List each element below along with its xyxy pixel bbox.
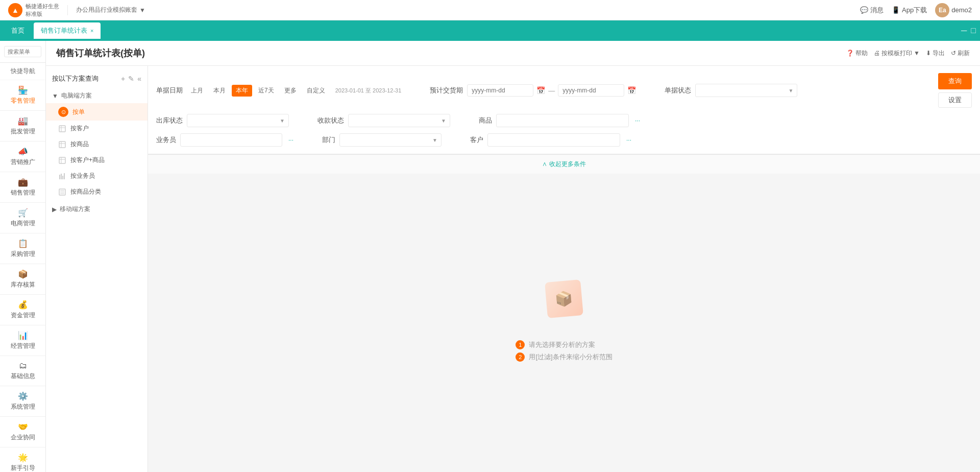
sidebar-item-system[interactable]: ⚙️ 系统管理 [0, 386, 45, 417]
sidebar-item-operations[interactable]: 📊 经营管理 [0, 325, 45, 356]
print-btn[interactable]: 🖨 按模板打印 ▼ [874, 49, 920, 58]
date-btn-this-year[interactable]: 本年 [232, 85, 252, 97]
app-icon: 📱 [892, 6, 900, 14]
date-btn-more[interactable]: 更多 [280, 85, 301, 97]
scheme-item-by-category[interactable]: 按商品分类 [46, 184, 148, 200]
top-bar-right: 💬 消息 📱 App下载 Ea demo2 [860, 3, 972, 17]
sidebar-item-retail[interactable]: 🏪 零售管理 [0, 80, 45, 111]
filter-area-wrapper: 单据日期 上月 本月 本年 近7天 更多 自定义 2023-01-01 至 20… [148, 66, 980, 174]
edit-scheme-btn[interactable]: ✎ [128, 75, 134, 83]
salesman-more-btn[interactable]: ··· [288, 136, 293, 144]
goods-filter: 商品 ··· [479, 114, 640, 127]
ship-status-filter: 出库状态 ▼ [156, 114, 289, 127]
svg-rect-10 [61, 174, 62, 179]
tab-sales-order-stats[interactable]: 销售订单统计表 × [34, 22, 101, 39]
salesman-scheme-icon [58, 172, 66, 180]
app-download-btn[interactable]: 📱 App下载 [892, 6, 927, 15]
salesman-input[interactable] [180, 133, 282, 147]
sidebar-item-ecommerce[interactable]: 🛒 电商管理 [0, 203, 45, 233]
calendar-icon-start: 📅 [536, 86, 545, 95]
goods-more-btn[interactable]: ··· [635, 117, 640, 124]
active-scheme-icon: ⊙ [58, 107, 68, 117]
expected-date-range: 📅 — 📅 [467, 84, 636, 97]
tab-maximize-btn[interactable]: □ [971, 26, 976, 35]
collapse-panel-btn[interactable]: « [137, 75, 141, 83]
scheme-group-pc-title[interactable]: ▼ 电脑端方案 [46, 88, 148, 103]
user-menu[interactable]: Ea demo2 [935, 3, 972, 17]
sidebar-item-quick-nav[interactable]: 快捷导航 [0, 63, 45, 80]
scheme-group-mobile-title[interactable]: ▶ 移动端方案 [46, 202, 148, 217]
sidebar-item-purchase[interactable]: 📋 采购管理 [0, 233, 45, 264]
customer-more-btn[interactable]: ··· [626, 136, 631, 144]
date-btn-last-7days[interactable]: 近7天 [254, 85, 278, 97]
help-btn[interactable]: ❓ 帮助 [846, 49, 868, 58]
logo-area: ▲ 畅捷通好生意 标准版 [8, 3, 59, 17]
page-title: 销售订单统计表(按单) [56, 47, 145, 65]
breadcrumb[interactable]: 办公用品行业模拟账套 ▼ [76, 6, 145, 14]
scheme-item-by-salesman[interactable]: 按业务员 [46, 168, 148, 184]
scheme-item-by-customer[interactable]: 按客户 [46, 121, 148, 136]
left-panel-header: 按以下方案查询 + ✎ « [46, 71, 148, 88]
system-icon: ⚙️ [0, 391, 45, 401]
add-scheme-btn[interactable]: + [121, 75, 125, 83]
ecommerce-icon: 🛒 [0, 208, 45, 218]
customer-input[interactable] [487, 133, 620, 147]
sidebar-item-finance[interactable]: 💰 资金管理 [0, 295, 45, 325]
date-btn-this-month[interactable]: 本月 [209, 85, 230, 97]
tab-home[interactable]: 首页 [4, 22, 32, 39]
settings-button[interactable]: 设置 [938, 92, 972, 108]
sidebar-item-wholesale[interactable]: 🏭 批发管理 [0, 111, 45, 141]
tip-num-1: 1 [516, 340, 525, 349]
svg-rect-0 [59, 126, 65, 132]
export-btn[interactable]: ⬇ 导出 [926, 49, 945, 58]
date-filter-item: 单据日期 上月 本月 本年 近7天 更多 自定义 2023-01-01 至 20… [156, 85, 401, 97]
refresh-btn[interactable]: ↺ 刷新 [951, 49, 970, 58]
goods-input[interactable] [496, 114, 629, 127]
sidebar-item-sales[interactable]: 💼 销售管理 [0, 172, 45, 203]
department-select[interactable] [339, 133, 442, 147]
sidebar-item-marketing[interactable]: 📣 营销推广 [0, 141, 45, 172]
empty-tip-1: 1 请先选择要分析的方案 [516, 340, 612, 349]
payment-status-select[interactable] [348, 114, 450, 127]
collapse-btn[interactable]: ∧ 收起更多条件 [542, 160, 585, 168]
empty-tips: 1 请先选择要分析的方案 2 用[过滤]条件来缩小分析范围 [516, 340, 612, 365]
expected-date-end[interactable] [558, 84, 624, 97]
chevron-right-icon: ▶ [52, 206, 57, 213]
left-panel: 按以下方案查询 + ✎ « ▼ 电脑端方案 ⊙ 按单 [46, 66, 148, 472]
tab-close-icon[interactable]: × [90, 28, 93, 34]
empty-box-icon: 📦 [545, 279, 583, 318]
sidebar-item-enterprise[interactable]: 🤝 企业协同 [0, 417, 45, 447]
status-select-wrapper: ▼ [695, 84, 797, 97]
sidebar-item-inventory[interactable]: 📦 库存核算 [0, 264, 45, 295]
avatar: Ea [935, 3, 949, 17]
scheme-item-by-goods[interactable]: 按商品 [46, 136, 148, 152]
search-input[interactable] [4, 46, 41, 57]
expected-date-filter-item: 预计交货期 📅 — 📅 [430, 84, 636, 97]
scheme-item-by-order[interactable]: ⊙ 按单 [46, 103, 148, 121]
expected-date-start[interactable] [467, 84, 533, 97]
sidebar-item-basics[interactable]: 🗂 基础信息 [0, 356, 45, 386]
message-btn[interactable]: 💬 消息 [860, 6, 884, 15]
tip-num-2: 2 [516, 352, 525, 362]
status-select[interactable] [695, 84, 797, 97]
sidebar: 快捷导航 🏪 零售管理 🏭 批发管理 📣 营销推广 💼 销售管理 🛒 电商管理 … [0, 41, 46, 472]
content-area: 销售订单统计表(按单) ❓ 帮助 🖨 按模板打印 ▼ ⬇ 导出 ↺ 刷新 [46, 41, 980, 472]
scheme-group-mobile: ▶ 移动端方案 [46, 202, 148, 217]
date-btn-custom[interactable]: 自定义 [303, 85, 329, 97]
scheme-item-by-customer-goods[interactable]: 按客户+商品 [46, 152, 148, 168]
sidebar-item-beginner[interactable]: 🌟 新手引导 [0, 447, 45, 472]
tab-bar-actions: ─ □ [961, 26, 976, 35]
date-btn-last-month[interactable]: 上月 [187, 85, 207, 97]
query-button[interactable]: 查询 [938, 73, 972, 89]
refresh-icon: ↺ [951, 50, 956, 57]
marketing-icon: 📣 [0, 147, 45, 156]
category-scheme-icon [58, 188, 66, 196]
page-header: 销售订单统计表(按单) ❓ 帮助 🖨 按模板打印 ▼ ⬇ 导出 ↺ 刷新 [46, 41, 980, 66]
top-bar-left: ▲ 畅捷通好生意 标准版 办公用品行业模拟账套 ▼ [8, 3, 145, 17]
department-select-wrapper: ▼ [339, 133, 442, 147]
tab-minimize-btn[interactable]: ─ [961, 26, 967, 35]
ship-status-select[interactable] [187, 114, 289, 127]
right-panel: 单据日期 上月 本月 本年 近7天 更多 自定义 2023-01-01 至 20… [148, 66, 980, 472]
date-quick-btns: 上月 本月 本年 近7天 更多 自定义 [187, 85, 329, 97]
salesman-filter: 业务员 ··· [156, 133, 293, 147]
